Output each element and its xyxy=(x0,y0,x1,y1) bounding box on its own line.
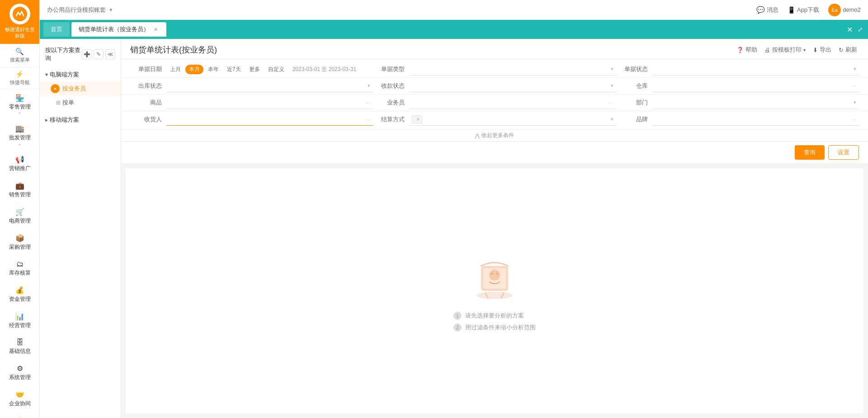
retail-arrow-icon: ▾ xyxy=(19,111,21,115)
filter-brand-cell: 品牌 ··· xyxy=(616,113,859,126)
search-menu[interactable]: 🔍 搜索菜单 xyxy=(0,44,39,67)
export-btn[interactable]: ⬇ 导出 xyxy=(811,46,833,54)
desktop-group-toggle[interactable]: ▾ 电脑端方案 xyxy=(40,68,121,81)
scheme-by-order[interactable]: ⊞ 按单 xyxy=(40,96,121,109)
ops-icon: 📊 xyxy=(15,312,24,321)
app-download-btn[interactable]: 📱 App下载 xyxy=(788,6,819,14)
date-tab-this-month[interactable]: 本月 xyxy=(185,65,203,74)
date-tab-custom[interactable]: 自定义 xyxy=(264,65,288,74)
warehouse-dots-icon: ··· xyxy=(849,82,856,89)
sidebar-item-label-ops: 经营管理 xyxy=(9,322,31,329)
payment-label: 收款状态 xyxy=(373,82,409,90)
refresh-icon: ↻ xyxy=(839,47,844,53)
filter-date-cell: 单据日期 上月 本月 本年 近7天 更多 自定义 2023-03-01 至 20… xyxy=(130,63,373,76)
topbar: 办公用品行业模拟账套 ▾ 💬 消息 📱 App下载 Ea demo2 xyxy=(40,0,868,20)
doctype-arrow-icon: ▾ xyxy=(609,66,613,72)
collapse-panel-btn[interactable]: ≪ xyxy=(105,49,115,59)
page-header: 销货单统计表(按业务员) ❓ 帮助 🖨 按模板打印 ▾ ⬇ 导出 xyxy=(121,39,868,59)
print-label: 按模板打印 xyxy=(772,46,802,54)
avatar-text: Ea xyxy=(832,7,838,13)
tab-home[interactable]: 首页 xyxy=(43,22,70,37)
docstatus-select[interactable]: ▾ xyxy=(652,63,859,76)
date-tab-more[interactable]: 更多 xyxy=(245,65,264,74)
page-actions: ❓ 帮助 🖨 按模板打印 ▾ ⬇ 导出 ↻ 刷新 xyxy=(735,46,859,54)
sidebar-logo: 畅捷通好生意 标版 xyxy=(0,0,39,44)
settings-button[interactable]: 设置 xyxy=(828,145,859,160)
edit-scheme-btn[interactable]: ✎ xyxy=(94,49,104,59)
goods-dots-icon: ··· xyxy=(363,99,370,106)
mobile-group-label: 移动端方案 xyxy=(50,116,79,124)
docstatus-label: 单据状态 xyxy=(616,65,652,73)
quick-nav[interactable]: ⚡ 快捷导航 xyxy=(0,67,39,89)
sidebar-item-system[interactable]: ⚙ 系统管理 xyxy=(0,360,39,386)
filter-stockout-cell: 出库状态 ▾ xyxy=(130,80,373,92)
sidebar-item-retail[interactable]: 🏪 零售管理 ▾ xyxy=(0,89,39,120)
payment-select[interactable]: ▾ xyxy=(409,80,616,92)
topbar-dropdown-icon[interactable]: ▾ xyxy=(109,6,113,13)
filter-doctype-cell: 单据类型 ▾ xyxy=(373,63,616,76)
tab-sales-stats[interactable]: 销货单统计表（按业务员） ✕ xyxy=(71,22,166,37)
topbar-right: 💬 消息 📱 App下载 Ea demo2 xyxy=(756,4,861,16)
sidebar-item-newbie[interactable]: 🌟 新手引导 xyxy=(0,412,39,418)
date-controls: 上月 本月 本年 近7天 更多 自定义 2023-03-01 至 2023-03… xyxy=(166,65,373,74)
sidebar-item-purchase[interactable]: 📦 采购管理 xyxy=(0,229,39,256)
date-tab-last-month[interactable]: 上月 xyxy=(166,65,184,74)
print-btn[interactable]: 🖨 按模板打印 ▾ xyxy=(763,46,807,54)
logo-icon xyxy=(9,4,30,24)
mobile-schemes-group: ▸ 移动端方案 xyxy=(40,111,121,128)
refresh-btn[interactable]: ↻ 刷新 xyxy=(837,46,859,54)
sidebar-item-enterprise[interactable]: 🤝 企业协同 xyxy=(0,386,39,412)
tab-sales-stats-label: 销货单统计表（按业务员） xyxy=(79,25,149,33)
svg-point-6 xyxy=(496,273,498,275)
salesperson-scheme-icon: ● xyxy=(51,84,60,93)
mobile-group-toggle[interactable]: ▸ 移动端方案 xyxy=(40,113,121,127)
sidebar-item-basic[interactable]: 🗄 基础信息 xyxy=(0,334,39,360)
dept-select[interactable]: ▾ xyxy=(652,96,859,109)
sidebar-item-finance[interactable]: 💰 资金管理 xyxy=(0,281,39,308)
scheme-by-salesperson[interactable]: ● 按业务员 xyxy=(40,81,121,96)
query-button[interactable]: 查询 xyxy=(795,145,825,160)
settlement-select[interactable]: × ▾ xyxy=(409,113,616,126)
wholesale-icon: 🏬 xyxy=(15,124,24,133)
sidebar-item-label-enterprise: 企业协同 xyxy=(9,400,31,408)
top-menu-title: 办公用品行业模拟账套 xyxy=(47,6,106,14)
warehouse-input[interactable]: ··· xyxy=(652,80,859,92)
goods-input[interactable]: ··· xyxy=(166,96,373,109)
sidebar-item-ops[interactable]: 📊 经营管理 xyxy=(0,308,39,334)
empty-tip-1: 1 请先选择要分析的方案 xyxy=(453,312,536,320)
collapse-btn[interactable]: ⋀ 收起更多条件 xyxy=(475,132,514,139)
salesperson-input[interactable]: ··· xyxy=(409,96,616,109)
tabbar: 首页 销货单统计表（按业务员） ✕ ✕ ⤢ xyxy=(40,20,868,39)
messages-btn[interactable]: 💬 消息 xyxy=(756,6,778,14)
inventory-icon: 🗂 xyxy=(16,260,24,268)
date-tab-this-year[interactable]: 本年 xyxy=(204,65,222,74)
maximize-btn[interactable]: ⤢ xyxy=(856,25,864,33)
doctype-select[interactable]: ▾ xyxy=(409,63,616,76)
system-icon: ⚙ xyxy=(17,364,23,373)
close-window-btn[interactable]: ✕ xyxy=(845,25,854,33)
marketing-icon: 📢 xyxy=(15,155,24,164)
filter-salesperson-cell: 业务员 ··· xyxy=(373,96,616,109)
sidebar-item-marketing[interactable]: 📢 营销推广 xyxy=(0,151,39,177)
topbar-left: 办公用品行业模拟账套 ▾ xyxy=(47,6,113,14)
messages-label: 消息 xyxy=(767,6,778,14)
add-scheme-btn[interactable]: ➕ xyxy=(82,49,92,59)
left-panel: 按以下方案查询 ➕ ✎ ≪ ▾ 电脑端方案 ● 按业务员 ⊞ 按 xyxy=(40,39,121,418)
stockout-select[interactable]: ▾ xyxy=(166,80,373,92)
sidebar-item-label-system: 系统管理 xyxy=(9,374,31,381)
refresh-label: 刷新 xyxy=(845,46,857,54)
sidebar-item-wholesale[interactable]: 🏬 批发管理 ▴ xyxy=(0,120,39,151)
brand-input[interactable]: ··· xyxy=(652,113,859,126)
date-tab-7days[interactable]: 近7天 xyxy=(223,65,245,74)
settlement-tag: × xyxy=(412,115,422,124)
user-menu[interactable]: Ea demo2 xyxy=(828,4,861,16)
help-btn[interactable]: ❓ 帮助 xyxy=(735,46,759,54)
sidebar-item-label-marketing: 营销推广 xyxy=(9,165,31,172)
sidebar-item-label-basic: 基础信息 xyxy=(9,347,31,355)
sidebar-item-inventory[interactable]: 🗂 库存核算 xyxy=(0,256,39,281)
sidebar-item-ecommerce[interactable]: 🛒 电商管理 xyxy=(0,203,39,229)
settlement-tag-close[interactable]: × xyxy=(416,116,420,123)
recipient-input[interactable]: ··· xyxy=(166,113,373,126)
sidebar-item-sales[interactable]: 💼 销售管理 xyxy=(0,177,39,203)
tab-close-btn[interactable]: ✕ xyxy=(152,26,159,33)
